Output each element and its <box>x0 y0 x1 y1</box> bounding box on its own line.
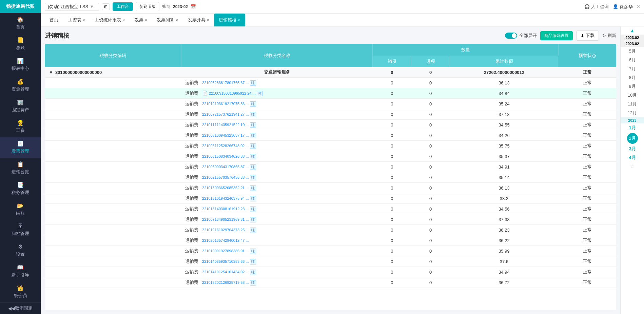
row-sales: 0 <box>373 120 411 130</box>
tab-close-icon[interactable]: × <box>176 18 178 22</box>
row-sales: 0 <box>373 67 411 78</box>
invoice-link[interactable]: 221005090343170865 87 ... <box>202 165 249 169</box>
row-cumulative: 35.37 <box>450 151 559 162</box>
sidebar: 畅捷通易代账 🏠首页📒总账📊报表中心💰资金管理🏢固定资产👷工资🧾发票管理📋进销台… <box>0 0 41 314</box>
invoice-link[interactable]: 221005112528266748 02 ... <box>202 144 249 148</box>
row-name-invoice: 运输费 221005233817801765 67 ... 吨 <box>181 78 373 88</box>
download-button[interactable]: ⬇ 下载 <box>576 31 599 41</box>
settings-button[interactable]: 商品编码设置 <box>540 31 573 40</box>
row-cumulative: 37.6 <box>450 256 559 267</box>
sidebar-item-发票管理[interactable]: 🧾发票管理 <box>0 137 41 158</box>
row-sales: 0 <box>373 78 411 88</box>
row-sales: 0 <box>373 267 411 277</box>
month-item-11月[interactable]: 11月 <box>621 100 644 109</box>
invoice-link[interactable]: 221011111435921522 10 ... <box>202 123 249 127</box>
row-name-invoice: 运输费 221006150834034026 88 ... 吨 <box>181 151 373 162</box>
month-item-1月[interactable]: 1月 <box>621 123 644 132</box>
tab-close-icon[interactable]: × <box>145 18 147 22</box>
sidebar-item-进销台账[interactable]: 📋进销台账 <box>0 158 41 178</box>
invoice-link[interactable]: 221013140308161912 23 ... <box>202 207 249 211</box>
switch-version-button[interactable]: 切到旧版 <box>136 2 159 11</box>
sidebar-item-首页[interactable]: 🏠首页 <box>0 13 41 34</box>
table-wrapper: 税收分类编码 税收分类名称 数量 预警状态 销项 进项 累计数额 ▼301000… <box>45 44 616 310</box>
invoice-link[interactable]: 221019161029764373 25 ... <box>202 228 249 232</box>
sidebar-icon: 📒 <box>17 37 24 43</box>
invoice-link[interactable]: 221007215737621941 27 ... <box>202 112 249 116</box>
invoice-link[interactable]: 221019103619217075 36 ... <box>202 102 249 106</box>
month-item-12月[interactable]: 12月 <box>621 109 644 117</box>
help-button[interactable]: 🎧 人工咨询 <box>584 4 609 10</box>
sidebar-item-归档管理[interactable]: 🗄归档管理 <box>0 220 41 240</box>
sidebar-item-总账[interactable]: 📒总账 <box>0 34 41 54</box>
month-item-3月[interactable]: 3月 <box>621 144 644 153</box>
sidebar-icon: 🏠 <box>17 16 24 23</box>
sidebar-item-固定资产[interactable]: 🏢固定资产 <box>0 96 41 116</box>
tab-工资统计报表[interactable]: 工资统计报表× <box>90 14 130 26</box>
tab-close-icon[interactable]: × <box>238 18 240 22</box>
sidebar-item-报表中心[interactable]: 📊报表中心 <box>0 54 41 75</box>
sidebar-item-结账[interactable]: 📂结账 <box>0 199 41 220</box>
refresh-icon: ↻ <box>602 33 606 38</box>
row-code <box>45 78 181 88</box>
collapse-icon[interactable]: ▼ <box>49 70 53 75</box>
workbench-button[interactable]: 工作台 <box>113 2 133 11</box>
tab-close-icon[interactable]: × <box>122 18 124 22</box>
tab-发票开具[interactable]: 发票开具× <box>183 14 214 26</box>
tab-发票[interactable]: 发票× <box>130 14 152 26</box>
scroll-up-arrow[interactable]: ▲ <box>621 26 644 35</box>
sidebar-item-畅会员[interactable]: 👑畅会员 <box>0 281 41 302</box>
sidebar-item-设置[interactable]: ⚙设置 <box>0 240 41 261</box>
invoice-link[interactable]: 221013101943240375 94 ... <box>202 196 249 200</box>
topbar-close-icon[interactable]: × <box>637 4 640 10</box>
tab-工资表[interactable]: 工资表× <box>63 14 90 26</box>
invoice-link[interactable]: 221008100945323037 17 ... <box>202 133 249 137</box>
toggle-expand[interactable]: 全部展开 <box>505 33 537 39</box>
month-item-8月[interactable]: 8月 <box>621 73 644 82</box>
row-name-invoice: 运输费 221002155703576436 33 ... 吨 <box>181 172 373 183</box>
invoice-link[interactable]: 221018202126925719 58 ... <box>202 280 249 284</box>
th-purchase: 进项 <box>411 56 450 67</box>
invoice-link[interactable]: 221002155703576436 33 ... <box>202 175 249 179</box>
row-code <box>45 267 181 277</box>
invoice-link[interactable]: 221009150313965922 24 ... <box>209 91 256 95</box>
tab-发票测算[interactable]: 发票测算× <box>152 14 183 26</box>
user-info[interactable]: 👤 徐彦华 <box>613 4 633 10</box>
company-selector[interactable]: (勿动) 江西报宝-LSS ▼ <box>45 3 99 11</box>
invoice-link[interactable]: 221005233817801765 67 ... <box>202 81 249 85</box>
invoice-link[interactable]: 221010091927898386 91 ... <box>202 249 249 253</box>
toggle-switch[interactable] <box>505 33 517 39</box>
star-icon: ☆ <box>621 162 644 170</box>
month-item-10月[interactable]: 10月 <box>621 91 644 100</box>
unit-tag: 吨 <box>250 80 256 86</box>
month-item-2月[interactable]: 2月 <box>627 133 638 144</box>
month-item-4月[interactable]: 4月 <box>621 153 644 162</box>
row-cumulative: 35.99 <box>450 246 559 256</box>
tab-首页[interactable]: 首页 <box>45 14 63 26</box>
tab-close-icon[interactable]: × <box>207 18 209 22</box>
invoice-link[interactable]: 221006150834034026 88 ... <box>202 154 249 158</box>
sidebar-item-资金管理[interactable]: 💰资金管理 <box>0 75 41 96</box>
tab-label: 工资统计报表 <box>95 17 121 23</box>
copy-button[interactable]: ⊞ <box>102 3 110 10</box>
invoice-link[interactable]: 221014085935710353 66 ... <box>202 259 249 263</box>
row-code <box>45 246 181 256</box>
month-item-7月[interactable]: 7月 <box>621 64 644 73</box>
tab-进销稽核[interactable]: 进销稽核× <box>214 14 245 26</box>
invoice-link[interactable]: 221020135742940012 47 ... <box>202 238 249 242</box>
refresh-button[interactable]: ↻ 刷新 <box>602 33 616 39</box>
tab-close-icon[interactable]: × <box>83 18 85 22</box>
pin-toggle[interactable]: ◀◀ 取消固定 <box>0 302 41 314</box>
sidebar-item-label: 资金管理 <box>12 86 29 92</box>
sidebar-item-工资[interactable]: 👷工资 <box>0 116 41 137</box>
row-sales: 0 <box>373 141 411 151</box>
invoice-link[interactable]: 221014191254101434 02 ... <box>202 270 249 274</box>
invoice-link[interactable]: 221007134905231969 31 ... <box>202 217 249 221</box>
month-item-5月[interactable]: 5月 <box>621 47 644 56</box>
sidebar-item-税务管理[interactable]: 📑税务管理 <box>0 178 41 199</box>
invoice-link[interactable]: 221013093652085352 21 ... <box>202 186 249 190</box>
calendar-icon[interactable]: 📅 <box>191 4 196 9</box>
month-item-9月[interactable]: 9月 <box>621 82 644 91</box>
month-item-6月[interactable]: 6月 <box>621 56 644 64</box>
sidebar-item-新手引导[interactable]: 📖新手引导 <box>0 261 41 281</box>
row-code <box>45 214 181 225</box>
